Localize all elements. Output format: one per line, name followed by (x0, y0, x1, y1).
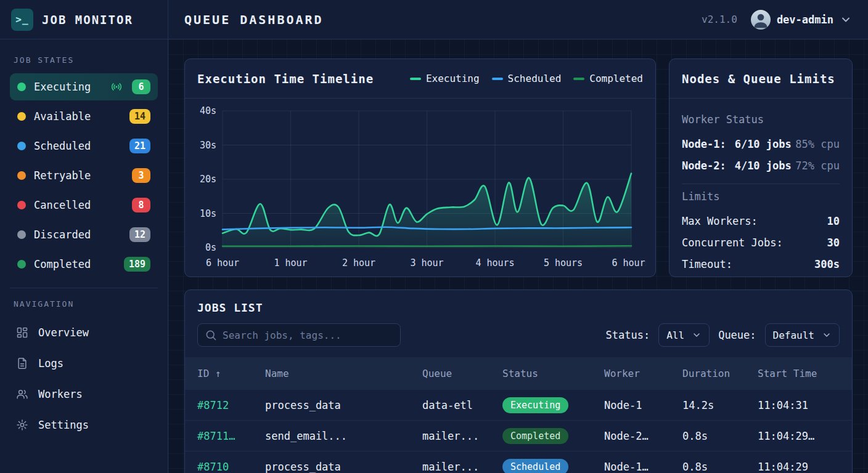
nav-item-label: Settings (38, 419, 89, 431)
job-id-link[interactable]: #8711… (197, 430, 265, 442)
svg-text:0s: 0s (205, 242, 216, 253)
node-jobs: 6/10 jobs (735, 138, 792, 150)
column-header-queue[interactable]: Queue (422, 368, 502, 379)
search-box (197, 323, 401, 347)
app-window: >_ JOB MONITOR QUEUE DASHBOARD v2.1.0 de… (0, 0, 868, 473)
nodes-card-title: Nodes & Queue Limits (682, 72, 835, 86)
limit-row: Max Workers: 10 (682, 210, 840, 232)
status-filter-value: All (666, 329, 684, 341)
queue-filter-value: Default (773, 329, 814, 341)
sidebar-state-item[interactable]: Retryable 3 (10, 162, 158, 189)
sidebar-state-item[interactable]: Available 14 (10, 103, 158, 130)
column-header-start-time[interactable]: Start Time (758, 368, 840, 379)
state-count-badge: 21 (129, 139, 150, 153)
gear-icon (16, 419, 28, 431)
brand-area: >_ JOB MONITOR (0, 0, 168, 39)
svg-text:40s: 40s (200, 105, 216, 116)
node-jobs: 4/10 jobs (735, 160, 792, 172)
jobs-table: ID ↑NameQueueStatusWorkerDurationStart T… (185, 357, 852, 473)
page-header: QUEUE DASHBOARD v2.1.0 dev-admin (168, 0, 868, 39)
status-filter-label: Status: (606, 329, 650, 341)
svg-text:30s: 30s (200, 140, 216, 151)
legend-item[interactable]: Executing (410, 73, 480, 84)
sidebar-nav-item[interactable]: Settings (10, 410, 158, 440)
sidebar-nav-item[interactable]: Workers (10, 379, 158, 410)
sidebar-divider (10, 288, 158, 288)
column-header-id[interactable]: ID ↑ (197, 368, 265, 379)
state-dot-icon (17, 260, 26, 269)
node-cpu: 72% cpu (795, 160, 840, 172)
state-count-badge: 6 (132, 79, 150, 94)
terminal-logo-icon: >_ (11, 9, 33, 31)
state-dot-icon (17, 112, 26, 121)
job-status-badge: Scheduled (502, 459, 568, 473)
legend-item[interactable]: Completed (573, 73, 643, 84)
user-name: dev-admin (777, 14, 833, 26)
chevron-down-icon (840, 14, 852, 26)
state-dot-icon (17, 142, 26, 150)
table-header-row: ID ↑NameQueueStatusWorkerDurationStart T… (185, 357, 852, 390)
people-icon (16, 388, 28, 400)
user-menu[interactable]: dev-admin (751, 10, 852, 30)
execution-timeline-card: Execution Time Timeline Executing Schedu… (184, 59, 656, 277)
document-icon (16, 357, 28, 370)
column-header-name[interactable]: Name (265, 368, 422, 379)
state-count-badge: 12 (129, 227, 150, 242)
job-start-cell: 11:04:31 (758, 399, 840, 411)
search-icon (205, 329, 217, 344)
svg-text:5 hours: 5 hours (544, 257, 583, 269)
table-row[interactable]: #8712 process_data data-etl Executing No… (185, 390, 852, 421)
sidebar-nav-item[interactable]: Overview (10, 317, 158, 348)
state-dot-icon (17, 171, 26, 180)
page-title: QUEUE DASHBOARD (184, 12, 324, 27)
status-filter-select[interactable]: All (658, 323, 710, 347)
nav-item-label: Logs (38, 357, 63, 370)
job-duration-cell: 0.8s (682, 430, 758, 442)
top-bar: >_ JOB MONITOR QUEUE DASHBOARD v2.1.0 de… (0, 0, 868, 39)
legend-label: Completed (589, 73, 643, 84)
sidebar-state-item[interactable]: Cancelled 8 (10, 192, 158, 219)
job-queue-cell: mailer... (422, 430, 502, 442)
job-name-cell: process_data (265, 461, 422, 473)
limits-heading: Limits (682, 190, 840, 203)
svg-text:3 hour: 3 hour (410, 257, 443, 269)
state-dot-icon (17, 201, 26, 209)
grid-icon (16, 326, 28, 339)
legend-dash-icon (410, 78, 421, 80)
sidebar-state-item[interactable]: Completed 189 (10, 251, 158, 278)
job-id-link[interactable]: #8710 (197, 461, 265, 473)
state-label: Retryable (34, 169, 91, 182)
job-start-cell: 11:04:29 (758, 461, 840, 473)
sidebar: JOB STATES Executing 6 Available 14 Sche… (0, 39, 168, 473)
state-label: Executing (34, 81, 91, 93)
job-worker-cell: Node-1 (604, 399, 682, 411)
sidebar-state-item[interactable]: Scheduled 21 (10, 132, 158, 160)
nodes-limits-card: Nodes & Queue Limits Worker Status Node-… (669, 59, 853, 277)
state-count-badge: 8 (132, 198, 150, 212)
column-header-duration[interactable]: Duration (682, 368, 758, 379)
worker-status-list: Node-1: 6/10 jobs 85% cpu Node-2: 4/10 j… (682, 133, 840, 176)
state-dot-icon (17, 230, 26, 239)
state-count-badge: 189 (124, 257, 150, 272)
sidebar-state-item[interactable]: Executing 6 (10, 73, 158, 100)
chevron-down-icon (822, 330, 832, 340)
job-status-badge: Executing (502, 397, 568, 413)
search-input[interactable] (197, 323, 401, 347)
state-label: Discarded (34, 228, 91, 241)
worker-status-row: Node-1: 6/10 jobs 85% cpu (682, 133, 840, 155)
sidebar-state-item[interactable]: Discarded 12 (10, 221, 158, 248)
table-row[interactable]: #8711… send_email... mailer... Completed… (185, 421, 852, 451)
column-header-worker[interactable]: Worker (604, 368, 682, 379)
job-worker-cell: Node-1… (604, 461, 682, 473)
job-name-cell: process_data (265, 399, 422, 411)
queue-filter-select[interactable]: Default (765, 323, 840, 347)
worker-status-row: Node-2: 4/10 jobs 72% cpu (682, 155, 840, 176)
job-start-cell: 11:04:29… (758, 430, 840, 442)
column-header-status[interactable]: Status (502, 368, 604, 379)
table-row[interactable]: #8710 process_data mailer... Scheduled N… (185, 451, 852, 473)
job-id-link[interactable]: #8712 (197, 399, 265, 411)
svg-text:10s: 10s (200, 208, 216, 219)
sidebar-nav-item[interactable]: Logs (10, 348, 158, 379)
state-dot-icon (17, 83, 26, 91)
legend-item[interactable]: Scheduled (492, 73, 562, 84)
